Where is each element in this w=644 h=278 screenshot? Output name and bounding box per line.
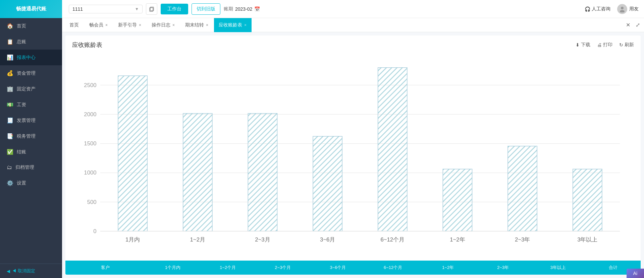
refresh-button[interactable]: ↻ 刷新 bbox=[619, 42, 634, 48]
chart-area: 050010001500200025001月内1~2月2~3月3~6月6~12个… bbox=[65, 52, 641, 261]
sidebar-item-tax[interactable]: 📑 税务管理 bbox=[0, 128, 62, 144]
svg-text:2500: 2500 bbox=[84, 82, 96, 88]
logo-area: 畅捷通易代账 bbox=[0, 0, 62, 18]
ai-label: Ai bbox=[633, 271, 637, 276]
svg-text:1~2年: 1~2年 bbox=[450, 236, 465, 243]
svg-rect-26 bbox=[183, 114, 212, 231]
tab-label-member: 畅会员 bbox=[89, 22, 103, 28]
svg-text:2~3月: 2~3月 bbox=[255, 236, 270, 243]
logo-text: 畅捷通易代账 bbox=[16, 6, 46, 12]
sidebar-item-ledger[interactable]: 📋 总账 bbox=[0, 34, 62, 50]
print-icon: 🖨 bbox=[597, 42, 602, 48]
home-icon: 🏠 bbox=[7, 23, 13, 29]
calendar-icon[interactable]: 📅 bbox=[254, 6, 260, 12]
svg-rect-36 bbox=[508, 146, 537, 231]
funds-icon: 💰 bbox=[7, 70, 13, 76]
period-label: 账期 bbox=[224, 6, 233, 12]
sidebar-item-home[interactable]: 🏠 首页 bbox=[0, 18, 62, 34]
tab-oplog[interactable]: 操作日志× bbox=[147, 18, 180, 32]
sidebar-item-settings[interactable]: ⚙️ 设置 bbox=[0, 175, 62, 191]
assets-icon: 🏢 bbox=[7, 86, 13, 92]
sidebar-label-invoice: 发票管理 bbox=[17, 118, 36, 124]
tabs-actions: ✕ ⤢ bbox=[625, 20, 641, 29]
tab-member[interactable]: 畅会员× bbox=[85, 18, 113, 32]
headset-icon: 🎧 bbox=[585, 6, 590, 12]
tab-aging[interactable]: 应收账龄表× bbox=[214, 18, 252, 32]
sidebar-label-salary: 工资 bbox=[17, 102, 26, 108]
settle-icon: ✅ bbox=[7, 149, 13, 155]
pin-label: ◀︎ 取消固定 bbox=[12, 268, 35, 274]
user-avatar-icon bbox=[619, 6, 626, 12]
sidebar-label-funds: 资金管理 bbox=[17, 70, 36, 76]
sidebar-label-tax: 税务管理 bbox=[17, 133, 36, 139]
print-button[interactable]: 🖨 打印 bbox=[597, 42, 612, 48]
workbench-button[interactable]: 工作台 bbox=[161, 4, 188, 14]
sidebar-item-assets[interactable]: 🏢 固定资产 bbox=[0, 81, 62, 97]
tab-close-oplog[interactable]: × bbox=[172, 23, 175, 27]
sidebar-item-funds[interactable]: 💰 资金管理 bbox=[0, 65, 62, 81]
tab-close-guide[interactable]: × bbox=[139, 23, 141, 27]
th-cell-5: 6~12个月 bbox=[366, 265, 421, 271]
tab-close-aging[interactable]: × bbox=[244, 23, 247, 27]
th-cell-7: 2~3年 bbox=[476, 265, 531, 271]
switch-version-button[interactable]: 切到旧版 bbox=[192, 3, 220, 15]
svg-text:1月内: 1月内 bbox=[125, 236, 140, 243]
sidebar-label-reports: 报表中心 bbox=[17, 55, 36, 61]
consult-label: 人工咨询 bbox=[592, 6, 610, 12]
table-header: 客户1个月内1~2个月2~3个月3~6个月6~12个月1~2年2~3年3年以上合… bbox=[65, 261, 641, 275]
avatar bbox=[617, 4, 627, 14]
user-area[interactable]: 用友 bbox=[617, 4, 639, 14]
sidebar-pin-button[interactable]: ◀ ◀︎ 取消固定 bbox=[0, 264, 62, 278]
consult-button[interactable]: 🎧 人工咨询 bbox=[585, 6, 610, 12]
tab-close-member[interactable]: × bbox=[105, 23, 108, 27]
tab-label-closing: 期末结转 bbox=[185, 22, 204, 28]
sidebar-item-settle[interactable]: ✅ 结账 bbox=[0, 144, 62, 160]
maximize-button[interactable]: ⤢ bbox=[634, 20, 641, 29]
svg-text:0: 0 bbox=[93, 228, 96, 234]
copy-icon-button[interactable] bbox=[146, 3, 157, 15]
close-all-tabs-button[interactable]: ✕ bbox=[625, 20, 632, 29]
tab-closing[interactable]: 期末结转× bbox=[180, 18, 213, 32]
tax-icon: 📑 bbox=[7, 133, 13, 139]
sidebar-label-home: 首页 bbox=[17, 23, 26, 29]
svg-text:6~12个月: 6~12个月 bbox=[380, 236, 405, 243]
content-area: 首页畅会员×新手引导×操作日志×期末结转×应收账龄表× ✕ ⤢ 应收账龄表 ⬇ … bbox=[62, 18, 644, 278]
ai-badge[interactable]: Ai bbox=[627, 269, 644, 278]
download-button[interactable]: ⬇ 下载 bbox=[576, 42, 590, 48]
sidebar-item-reports[interactable]: 📊 报表中心 bbox=[0, 50, 62, 65]
company-selector[interactable]: 1111 ▼ bbox=[69, 5, 143, 13]
copy-icon bbox=[149, 6, 154, 12]
svg-rect-28 bbox=[248, 114, 277, 231]
svg-text:3年以上: 3年以上 bbox=[577, 236, 597, 243]
reports-icon: 📊 bbox=[7, 54, 13, 61]
download-icon: ⬇ bbox=[576, 42, 580, 48]
svg-text:2~3年: 2~3年 bbox=[515, 236, 530, 243]
settings-icon: ⚙️ bbox=[7, 180, 13, 186]
svg-text:2000: 2000 bbox=[84, 111, 96, 118]
th-cell-2: 1~2个月 bbox=[200, 265, 255, 271]
th-cell-0: 客户 bbox=[65, 265, 145, 271]
period-value: 2023-02 bbox=[235, 6, 252, 12]
sidebar-label-settle: 结账 bbox=[17, 149, 26, 155]
sidebar-label-assets: 固定资产 bbox=[17, 86, 36, 92]
tab-guide[interactable]: 新手引导× bbox=[113, 18, 146, 32]
tab-label-aging: 应收账龄表 bbox=[219, 22, 242, 28]
th-cell-4: 3~6个月 bbox=[310, 265, 365, 271]
period-area: 账期 2023-02 📅 bbox=[224, 6, 260, 12]
tabs-bar: 首页畅会员×新手引导×操作日志×期末结转×应收账龄表× ✕ ⤢ bbox=[62, 18, 644, 32]
svg-text:1500: 1500 bbox=[84, 140, 96, 147]
company-name: 1111 bbox=[72, 6, 132, 12]
sidebar-item-salary[interactable]: 💵 工资 bbox=[0, 97, 62, 113]
tab-home[interactable]: 首页 bbox=[65, 18, 84, 32]
sidebar-item-invoice[interactable]: 🧾 发票管理 bbox=[0, 113, 62, 128]
salary-icon: 💵 bbox=[7, 101, 13, 108]
svg-point-2 bbox=[621, 7, 624, 9]
pin-icon: ◀ bbox=[7, 269, 10, 274]
sidebar-item-archive[interactable]: 🗂 归档管理 bbox=[0, 160, 62, 175]
header-actions: ⬇ 下载 🖨 打印 ↻ 刷新 bbox=[576, 42, 634, 48]
tab-close-closing[interactable]: × bbox=[206, 23, 208, 27]
refresh-icon: ↻ bbox=[619, 42, 623, 48]
tab-label-home: 首页 bbox=[69, 22, 79, 28]
sidebar-label-archive: 归档管理 bbox=[15, 164, 34, 170]
archive-icon: 🗂 bbox=[7, 164, 12, 170]
